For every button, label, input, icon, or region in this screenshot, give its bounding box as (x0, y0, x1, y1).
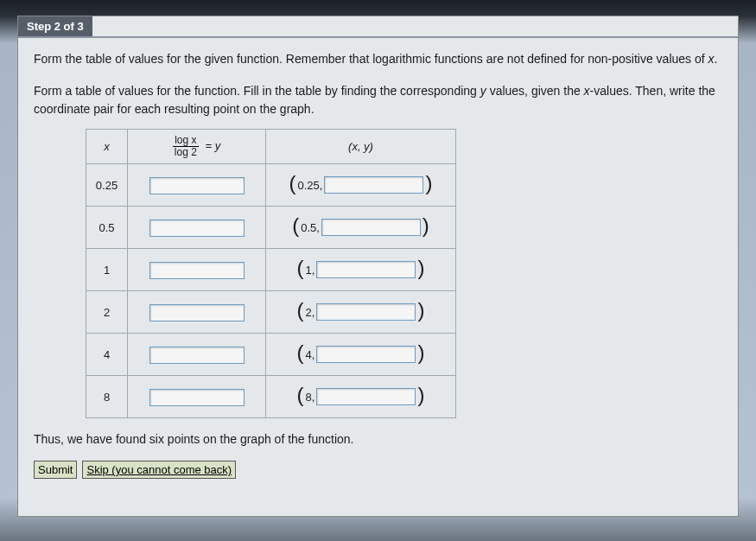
coord-wrap: ( 0.25, ) (289, 169, 433, 200)
paren-close-icon: ) (425, 168, 432, 199)
header-x: x (86, 130, 128, 164)
y-input[interactable] (149, 220, 245, 237)
step-header: Step 2 of 3 (18, 16, 92, 36)
intro-text-b: . (715, 52, 718, 66)
content-area: Form the table of values for the given f… (18, 38, 738, 491)
coord-x: 2, (306, 304, 315, 321)
y-input[interactable] (149, 177, 245, 194)
instr-x: x (584, 84, 590, 98)
coord-y-input[interactable] (321, 219, 421, 236)
table-row: 2 ( 2, ) (86, 291, 456, 334)
cell-x: 4 (86, 334, 128, 376)
paren-open-icon: ( (297, 295, 304, 326)
y-input[interactable] (149, 262, 245, 279)
header-line: Step 2 of 3 (18, 16, 738, 38)
coord-x: 0.25, (298, 177, 323, 194)
button-row: Submit Skip (you cannot come back) (34, 461, 722, 479)
coord-x: 8, (306, 389, 315, 406)
cell-y (128, 291, 266, 334)
cell-x: 8 (86, 376, 128, 418)
cell-y (128, 207, 266, 249)
y-input[interactable] (149, 347, 245, 364)
cell-x: 0.5 (86, 207, 128, 249)
paren-open-icon: ( (292, 210, 299, 241)
table-row: 1 ( 1, ) (86, 249, 456, 291)
coord-y-input[interactable] (316, 261, 416, 278)
paren-close-icon: ) (417, 379, 424, 411)
conclusion-text: Thus, we have found six points on the gr… (34, 430, 722, 449)
intro-x: x (708, 52, 715, 66)
fraction-den: log 2 (173, 147, 199, 158)
fraction-num: log x (173, 135, 198, 147)
paren-close-icon: ) (417, 295, 424, 326)
cell-xy: ( 8, ) (266, 376, 456, 418)
table-row: 8 ( 8, ) (86, 376, 456, 418)
instr-a: Form a table of values for the function.… (34, 84, 480, 98)
coord-wrap: ( 0.5, ) (292, 212, 429, 243)
intro-text-a: Form the table of values for the given f… (34, 52, 708, 66)
problem-container: Step 2 of 3 Form the table of values for… (17, 16, 739, 517)
cell-y (128, 334, 266, 376)
coord-y-input[interactable] (324, 176, 423, 194)
paren-open-icon: ( (289, 168, 296, 199)
cell-y (128, 164, 266, 207)
table-header-row: x log x log 2 = y (x, y) (86, 130, 456, 164)
header-xy-label: (x, y) (348, 140, 373, 153)
paren-open-icon: ( (297, 252, 304, 283)
instr-b: values, given the (486, 84, 584, 98)
instr-y: y (480, 84, 486, 98)
y-input[interactable] (149, 389, 245, 406)
y-input[interactable] (149, 304, 245, 321)
header-x-label: x (104, 140, 110, 153)
table-row: 0.5 ( 0.5, ) (86, 207, 456, 249)
coord-y-input[interactable] (316, 303, 416, 321)
paren-close-icon: ) (422, 210, 429, 241)
coord-wrap: ( 2, ) (297, 296, 425, 328)
coord-x: 1, (306, 262, 315, 279)
coord-y-input[interactable] (316, 388, 416, 405)
header-xy: (x, y) (266, 130, 456, 164)
coord-x: 4, (306, 347, 315, 364)
coord-wrap: ( 8, ) (297, 381, 425, 412)
cell-xy: ( 4, ) (266, 334, 456, 376)
cell-y (128, 376, 266, 418)
header-y: log x log 2 = y (128, 130, 266, 164)
cell-x: 2 (86, 291, 128, 334)
skip-button[interactable]: Skip (you cannot come back) (82, 461, 236, 479)
coord-wrap: ( 1, ) (297, 254, 425, 285)
intro-paragraph: Form the table of values for the given f… (34, 50, 722, 68)
eq-y: = y (202, 139, 220, 152)
coord-x: 0.5, (301, 220, 320, 237)
cell-xy: ( 1, ) (266, 249, 456, 291)
table-body: 0.25 ( 0.25, ) 0.5 (86, 164, 456, 418)
paren-open-icon: ( (297, 379, 304, 411)
paren-close-icon: ) (417, 337, 424, 368)
cell-x: 0.25 (86, 164, 128, 207)
cell-x: 1 (86, 249, 128, 291)
paren-close-icon: ) (417, 252, 424, 283)
fraction: log x log 2 (173, 135, 199, 158)
cell-xy: ( 0.25, ) (266, 164, 456, 207)
values-table: x log x log 2 = y (x, y) 0.25 (86, 129, 456, 418)
table-row: 0.25 ( 0.25, ) (86, 164, 456, 207)
coord-y-input[interactable] (316, 346, 416, 363)
paren-open-icon: ( (297, 337, 304, 368)
cell-y (128, 249, 266, 291)
submit-button[interactable]: Submit (34, 461, 77, 479)
instruction-paragraph: Form a table of values for the function.… (34, 82, 722, 118)
coord-wrap: ( 4, ) (297, 339, 425, 370)
table-row: 4 ( 4, ) (86, 334, 456, 376)
cell-xy: ( 2, ) (266, 291, 456, 334)
cell-xy: ( 0.5, ) (266, 207, 456, 249)
